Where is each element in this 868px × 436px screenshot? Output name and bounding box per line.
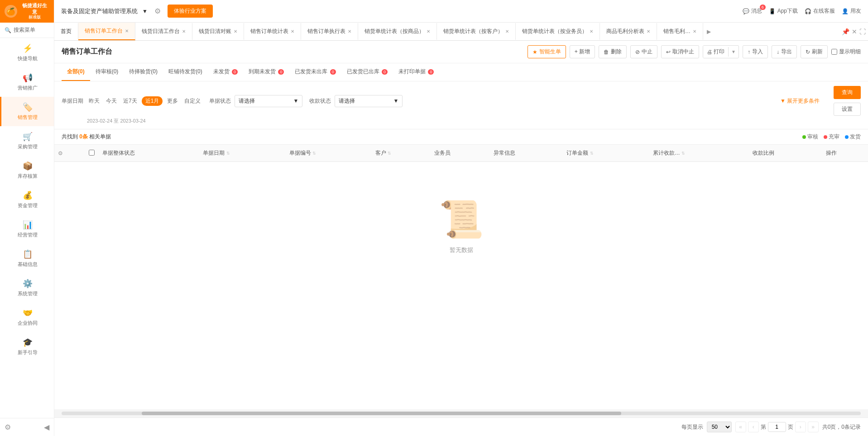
page-first-btn[interactable]: « [735,422,746,432]
refresh-button[interactable]: ↻ 刷新 [801,45,828,58]
sidebar-item-operation[interactable]: 📊 经营管理 [0,214,54,244]
tab-order-exec-close[interactable]: ✕ [348,29,351,34]
sidebar-item-system[interactable]: ⚙️ 系统管理 [0,273,54,303]
audit-action[interactable]: 审核 [802,133,818,141]
query-button[interactable]: 查询 [834,86,861,99]
user-group[interactable]: 👤 用友 [842,7,861,15]
sub-tab-shop-pending[interactable]: 旺铺待发货(0) [163,63,208,81]
sort-customer-icon[interactable]: ⇅ [388,151,391,156]
th-settings[interactable]: ⚙ [54,145,85,162]
set-button[interactable]: 设置 [834,103,861,116]
suspend-button[interactable]: ⊘ 中止 [630,45,657,58]
tab-sales-margin[interactable]: 销售毛利… ✕ [657,23,703,40]
tab-home[interactable]: 首页 [54,23,78,40]
online-service-group[interactable]: 🎧 在线客服 [805,7,835,15]
tab-reconcile[interactable]: 钱货日清对账 ✕ [192,23,244,40]
sub-tab-all[interactable]: 全部(0) [62,63,90,81]
date-opt-custom[interactable]: 自定义 [182,96,202,106]
sub-tab-overdue-ship[interactable]: 到期未发货 0 [243,63,289,81]
sidebar-item-quick-nav[interactable]: ⚡ 快捷导航 [0,38,54,67]
sub-tab-not-printed[interactable]: 未打印单据 0 [393,63,439,81]
sub-tab-pending-inspect[interactable]: 待择验货(0) [124,63,163,81]
status-filter-select[interactable]: 请选择 ▼ [235,95,302,107]
select-all-checkbox[interactable] [89,150,95,156]
sort-number-icon[interactable]: ⇅ [312,151,316,156]
import-button[interactable]: ↑ 导入 [743,45,768,58]
sub-tab-shipped-not-out[interactable]: 已发货未出库 0 [289,63,341,81]
horizontal-scrollbar[interactable] [62,412,861,415]
ship-action[interactable]: 发货 [845,133,861,141]
sort-date-icon[interactable]: ⇅ [226,151,230,156]
tab-pin-icon[interactable]: 📌 [842,28,849,35]
tab-sales-margin-close[interactable]: ✕ [693,29,696,34]
date-opt-7days[interactable]: 近7天 [121,96,139,106]
tab-goods-stats-close[interactable]: ✕ [427,29,430,34]
export-button[interactable]: ↓ 导出 [772,45,797,58]
sub-tab-pending-review[interactable]: 待审核(0) [90,63,124,81]
date-opt-yesterday[interactable]: 昨天 [87,96,101,106]
tab-close-all-icon[interactable]: ✕ [852,28,857,35]
payment-filter-select[interactable]: 请选择 ▼ [335,95,403,107]
page-next-btn[interactable]: › [795,422,806,432]
tab-order-stats[interactable]: 销售订单统计表 ✕ [244,23,301,40]
delete-button[interactable]: 🗑 删除 [599,45,627,58]
expand-icon[interactable]: ▼ [142,8,148,14]
tab-daily-clear-close[interactable]: ✕ [182,29,186,34]
plan-button[interactable]: 体验行业方案 [168,5,213,18]
app-download-group[interactable]: 📱 App下载 [769,7,798,15]
settings-icon[interactable]: ⚙ [154,7,161,15]
tab-sales-workbench[interactable]: 销售订单工作台 ✕ [78,23,135,40]
th-checkbox[interactable] [85,145,99,162]
sidebar-search[interactable]: 🔍 搜索菜单 [0,23,54,38]
sidebar-item-collaboration[interactable]: 🤝 企业协同 [0,303,54,332]
date-opt-more[interactable]: 更多 [165,96,180,106]
tab-sales-stats-close[interactable]: ✕ [590,29,593,34]
tab-customer-stats-close[interactable]: ✕ [505,29,509,34]
sidebar-item-basic[interactable]: 📋 基础信息 [0,244,54,273]
th-collected[interactable]: 累计收款… ⇅ [649,145,749,162]
tab-goods-stats[interactable]: 销货单统计表（按商品） ✕ [358,23,437,40]
sidebar-item-purchase[interactable]: 🛒 采购管理 [0,126,54,156]
revoke-action[interactable]: 充审 [824,133,839,141]
page-input[interactable] [768,422,786,432]
print-button[interactable]: 🖨 打印 [703,46,728,58]
smart-create-button[interactable]: ★ 智能生单 [528,45,566,58]
tab-expand-icon[interactable]: ⛶ [859,28,866,35]
tab-more-button[interactable]: ▶ [703,24,715,39]
tab-order-stats-close[interactable]: ✕ [291,29,294,34]
sidebar-item-inventory[interactable]: 📦 库存核算 [0,156,54,185]
th-date[interactable]: 单据日期 ⇅ [199,145,285,162]
scrollbar-thumb[interactable] [142,412,621,415]
tab-reconcile-close[interactable]: ✕ [234,29,237,34]
show-detail-input[interactable] [831,49,837,55]
tab-order-exec[interactable]: 销售订单执行表 ✕ [301,23,358,40]
sub-tab-shipped-out[interactable]: 已发货已出库 0 [341,63,393,81]
cancel-suspend-button[interactable]: ↩ 取消中止 [661,45,699,58]
tab-margin[interactable]: 商品毛利分析表 ✕ [600,23,657,40]
tab-sales-workbench-close[interactable]: ✕ [125,28,129,33]
sidebar-item-marketing[interactable]: 📢 营销推广 [0,67,54,97]
sub-tab-not-shipped[interactable]: 未发货 0 [208,63,243,81]
show-detail-checkbox[interactable]: 显示明细 [831,48,861,56]
sidebar-item-sales[interactable]: 🏷️ 销售管理 [0,97,54,126]
date-opt-today[interactable]: 今天 [104,96,119,106]
tab-daily-clear[interactable]: 钱货日清工作台 ✕ [135,23,192,40]
page-prev-btn[interactable]: ‹ [748,422,759,432]
date-opt-1month[interactable]: 近1月 [142,96,163,106]
page-last-btn[interactable]: » [808,422,819,432]
th-number[interactable]: 单据编号 ⇅ [286,145,372,162]
filter-expand-button[interactable]: ▼ 展开更多条件 [780,97,820,105]
print-arrow[interactable]: ▼ [728,47,739,57]
tab-sales-stats[interactable]: 销货单统计表（按业务员） ✕ [516,23,600,40]
sidebar-collapse-icon[interactable]: ◀ [44,423,49,431]
sidebar-settings-icon[interactable]: ⚙ [5,423,11,431]
per-page-select[interactable]: 50 100 200 [707,422,732,432]
sort-collected-icon[interactable]: ⇅ [681,151,685,156]
add-button[interactable]: + 新增 [570,45,595,58]
sort-amount-icon[interactable]: ⇅ [590,151,594,156]
sidebar-item-guide[interactable]: 🎓 新手引导 [0,332,54,361]
tab-margin-close[interactable]: ✕ [647,29,650,34]
th-amount[interactable]: 订单金额 ⇅ [563,145,649,162]
sidebar-item-finance[interactable]: 💰 资金管理 [0,185,54,214]
tab-customer-stats[interactable]: 销货单统计表（按客户） ✕ [437,23,516,40]
